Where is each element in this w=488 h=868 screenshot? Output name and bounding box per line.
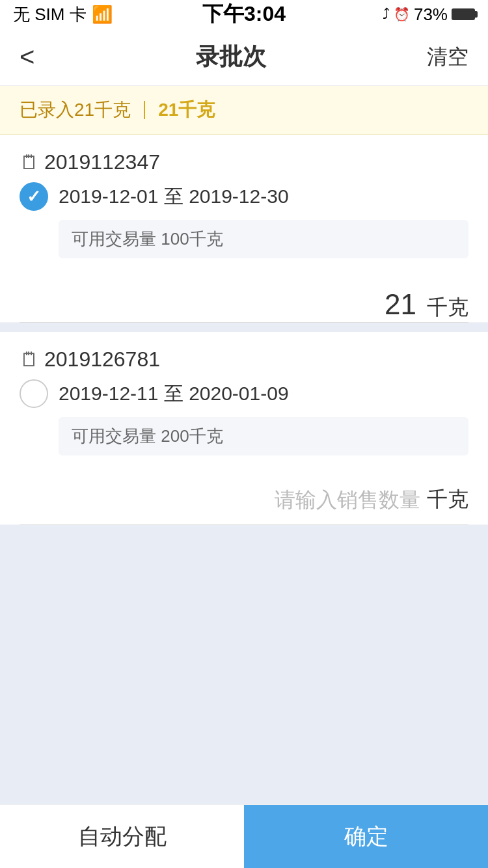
clear-button[interactable]: 清空 [427,43,468,72]
recorded-label: 已录入21千克 [20,98,131,122]
summary-bar: 已录入21千克 21千克 [0,86,488,135]
bottom-area [0,525,488,824]
status-right: ⤴ ⏰ 73% [383,5,475,25]
section-divider [0,323,488,332]
batch-2-amount-row: 千克 [0,479,488,524]
batch-1-id: 2019112347 [44,150,160,174]
batch-2-unit: 千克 [427,485,468,514]
nav-bar: < 录批次 清空 [0,29,488,86]
batch-2-date-range: 2019-12-11 至 2020-01-09 [59,381,289,407]
auto-distribute-button[interactable]: 自动分配 [0,805,244,868]
batch-1-date-row: 2019-12-01 至 2019-12-30 [20,182,468,211]
batch-1-radio[interactable] [20,182,48,211]
batch-2-amount-input[interactable] [159,488,420,512]
batch-1-amount-unit: 千克 [427,293,468,322]
batch-1-available: 可用交易量 100千克 [59,220,468,258]
batch-1-amount-number: 21 [385,288,416,321]
summary-divider [144,101,145,119]
confirm-label: 确定 [344,822,388,852]
auto-distribute-label: 自动分配 [78,822,167,852]
batch-2-card: 🗒 2019126781 2019-12-11 至 2020-01-09 可用交… [0,332,488,479]
confirm-button[interactable]: 确定 [244,805,488,868]
alarm-icon: ⏰ [394,7,410,22]
batch-2-available: 可用交易量 200千克 [59,417,468,455]
batch-1-card: 🗒 2019112347 2019-12-01 至 2019-12-30 可用交… [0,135,488,282]
batch-1-icon: 🗒 [20,152,39,174]
batch-1-amount-row: 21 千克 [0,282,488,322]
batch-2-radio[interactable] [20,379,48,408]
status-bar: 无 SIM 卡 📶 下午3:04 ⤴ ⏰ 73% [0,0,488,29]
batch-1-header: 🗒 2019112347 [20,150,468,174]
summary-value: 21千克 [158,98,215,122]
location-icon: ⤴ [383,6,390,23]
status-left: 无 SIM 卡 📶 [13,3,113,26]
batch-2-id: 2019126781 [44,347,160,372]
batch-1-date-range: 2019-12-01 至 2019-12-30 [59,183,289,210]
carrier-text: 无 SIM 卡 [13,3,87,26]
back-button[interactable]: < [20,42,34,72]
wifi-icon: 📶 [92,5,113,25]
batch-2-icon: 🗒 [20,349,39,371]
status-time: 下午3:04 [202,0,286,29]
battery-percent: 73% [414,5,448,25]
batch-2-header: 🗒 2019126781 [20,347,468,372]
batch-2-date-row[interactable]: 2019-12-11 至 2020-01-09 [20,379,468,408]
page-title: 录批次 [196,41,266,73]
battery-icon [452,8,475,20]
footer: 自动分配 确定 [0,804,488,868]
